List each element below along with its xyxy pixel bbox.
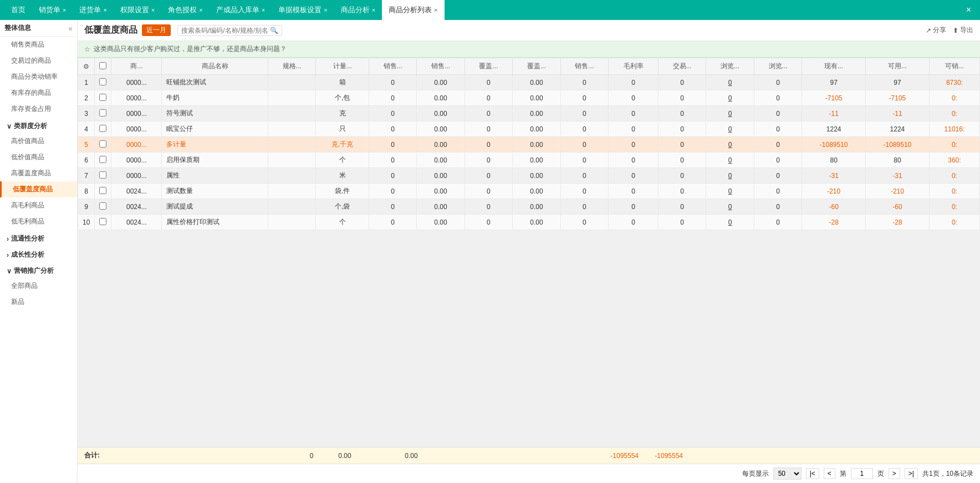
close-icon[interactable]: × <box>324 0 327 20</box>
cell-browse1[interactable]: 0 <box>706 168 754 184</box>
search-input[interactable] <box>181 27 270 34</box>
sidebar-item-low-profit[interactable]: 低毛利商品 <box>0 213 77 230</box>
nav-product-analysis[interactable]: 商品分析 × <box>334 0 382 20</box>
sidebar-group-growth[interactable]: › 成长性分析 <box>0 246 77 262</box>
cell-browse2: 0 <box>754 184 802 199</box>
cell-no: 4 <box>78 121 95 137</box>
cell-browse1[interactable]: 0 <box>706 184 754 199</box>
cell-cover1: 0 <box>465 90 512 106</box>
data-table: ⚙ 商... 商品名称 规格... 计量... 销售... 销售... 覆盖..… <box>78 58 980 230</box>
cell-browse1[interactable]: 0 <box>706 121 754 137</box>
cell-spec <box>268 184 315 199</box>
share-button[interactable]: ↗ 分享 <box>926 26 946 35</box>
cell-checkbox[interactable] <box>95 152 111 168</box>
nav-roles[interactable]: 角色授权 × <box>161 0 209 20</box>
cell-no: 7 <box>78 168 95 184</box>
cell-sales-qty: 0 <box>369 168 416 184</box>
cell-checkbox[interactable] <box>95 137 111 152</box>
sidebar-item-high-profit[interactable]: 高毛利商品 <box>0 197 77 213</box>
close-icon[interactable]: × <box>103 0 106 20</box>
cell-sales3: 0 <box>560 152 608 168</box>
nav-sales-order[interactable]: 销货单 × <box>32 0 73 20</box>
nav-product-analysis-list[interactable]: 商品分析列表 × <box>382 0 444 20</box>
sidebar-item-sales-goods[interactable]: 销售类商品 <box>0 37 77 53</box>
nav-purchase-order[interactable]: 进货单 × <box>73 0 113 20</box>
close-icon[interactable]: × <box>199 0 202 20</box>
sidebar-item-low-coverage[interactable]: 低覆盖度商品 <box>0 181 77 197</box>
cell-browse1[interactable]: 0 <box>706 152 754 168</box>
nav-permissions[interactable]: 权限设置 × <box>114 0 161 20</box>
nav-template-settings[interactable]: 单据模板设置 × <box>272 0 334 20</box>
nav-product-entry[interactable]: 产成品入库单 × <box>210 0 272 20</box>
cell-browse1[interactable]: 0 <box>706 199 754 215</box>
table-wrapper: ⚙ 商... 商品名称 规格... 计量... 销售... 销售... 覆盖..… <box>78 58 980 447</box>
sidebar-item-low-value[interactable]: 低价值商品 <box>0 149 77 165</box>
sidebar-collapse-icon[interactable]: « <box>68 24 73 33</box>
cell-checkbox[interactable] <box>95 90 111 106</box>
cell-trade: 0 <box>658 121 706 137</box>
sidebar-item-in-stock[interactable]: 有库存的商品 <box>0 85 77 101</box>
search-icon[interactable]: 🔍 <box>270 27 278 34</box>
close-icon[interactable]: × <box>151 0 155 20</box>
window-close-button[interactable]: × <box>962 5 976 15</box>
cell-checkbox[interactable] <box>95 121 111 137</box>
cell-browse2: 0 <box>754 75 802 90</box>
sidebar-item-all-goods[interactable]: 全部商品 <box>0 278 77 294</box>
cell-available: -28 <box>866 215 930 230</box>
cell-spec <box>268 75 315 90</box>
prev-page-button[interactable]: < <box>824 468 835 479</box>
cell-available: -7105 <box>866 90 930 106</box>
cell-browse1[interactable]: 0 <box>706 215 754 230</box>
cell-checkbox[interactable] <box>95 106 111 121</box>
cell-cover2: 0.00 <box>513 215 560 230</box>
cell-browse1[interactable]: 0 <box>706 75 754 90</box>
cell-sales-qty: 0 <box>369 90 416 106</box>
cell-browse1[interactable]: 0 <box>706 106 754 121</box>
cell-gross: 0 <box>609 215 659 230</box>
cell-checkbox[interactable] <box>95 168 111 184</box>
cell-no: 1 <box>78 75 95 90</box>
sidebar-item-high-coverage[interactable]: 高覆盖度商品 <box>0 165 77 181</box>
cell-trade: 0 <box>658 75 706 90</box>
nav-home[interactable]: 首页 <box>4 0 32 20</box>
sidebar-group-circulation[interactable]: › 流通性分析 <box>0 230 77 246</box>
page-number-input[interactable] <box>851 468 873 479</box>
sidebar-item-category-rate[interactable]: 商品分类动销率 <box>0 69 77 85</box>
cell-sales3: 0 <box>560 75 608 90</box>
export-button[interactable]: ⬆ 导出 <box>953 26 973 35</box>
cell-sales-qty: 0 <box>369 184 416 199</box>
sidebar-item-inventory-funds[interactable]: 库存资金占用 <box>0 101 77 117</box>
col-settings[interactable]: ⚙ <box>78 58 95 75</box>
per-page-select[interactable]: 50 100 200 <box>773 467 802 480</box>
cell-checkbox[interactable] <box>95 75 111 90</box>
cell-browse1[interactable]: 0 <box>706 90 754 106</box>
cell-current: 1224 <box>802 121 866 137</box>
sidebar-group-marketing[interactable]: ∨ 营销推广分析 <box>0 262 77 278</box>
time-filter-button[interactable]: 近一月 <box>142 24 171 36</box>
cell-gross: 0 <box>609 184 659 199</box>
cell-checkbox[interactable] <box>95 199 111 215</box>
sidebar-item-new-goods[interactable]: 新品 <box>0 294 77 310</box>
close-icon[interactable]: × <box>372 0 375 20</box>
cell-sales-amt: 0.00 <box>417 215 465 230</box>
cell-browse2: 0 <box>754 137 802 152</box>
cell-name: 测试数量 <box>162 184 268 199</box>
sidebar-item-high-value[interactable]: 高价值商品 <box>0 133 77 149</box>
first-page-button[interactable]: |< <box>806 468 819 479</box>
cell-spec <box>268 106 315 121</box>
cell-checkbox[interactable] <box>95 184 111 199</box>
cell-browse1[interactable]: 0 <box>706 137 754 152</box>
cell-checkbox[interactable] <box>95 215 111 230</box>
sidebar-item-traded-goods[interactable]: 交易过的商品 <box>0 53 77 69</box>
chevron-right-icon: › <box>7 251 9 259</box>
close-icon[interactable]: × <box>63 0 66 20</box>
sidebar-group-class-analysis[interactable]: ∨ 类群度分析 <box>0 117 77 133</box>
next-page-button[interactable]: > <box>889 468 900 479</box>
col-checkbox[interactable] <box>95 58 111 75</box>
last-page-button[interactable]: >| <box>905 468 918 479</box>
close-icon[interactable]: × <box>434 0 437 20</box>
select-all-checkbox[interactable] <box>99 62 106 69</box>
cell-cover2: 0.00 <box>513 168 560 184</box>
cell-no: 10 <box>78 215 95 230</box>
close-icon[interactable]: × <box>262 0 265 20</box>
